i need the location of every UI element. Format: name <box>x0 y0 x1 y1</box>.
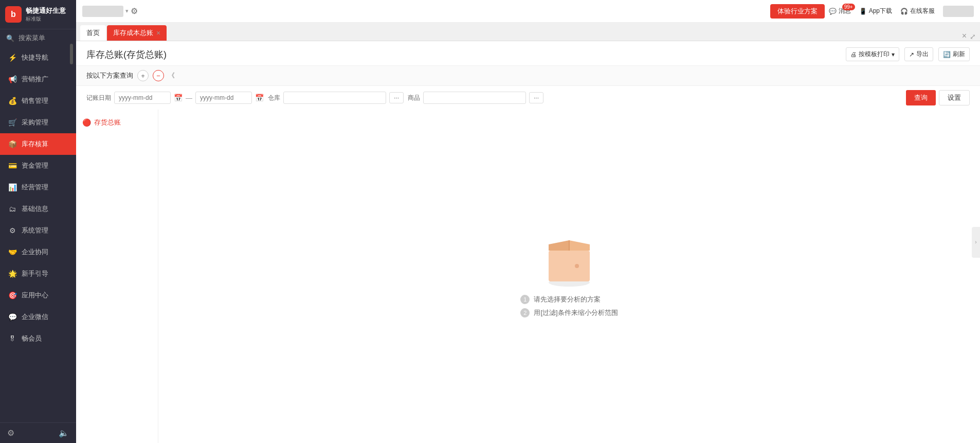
apps-icon: 🎯 <box>7 291 17 299</box>
filter-collapse-icon[interactable]: 《 <box>168 71 175 80</box>
tip-num-2: 2 <box>520 308 530 317</box>
trial-button[interactable]: 体验行业方案 <box>770 4 825 19</box>
empty-tip-1: 1 请先选择要分析的方案 <box>520 295 618 304</box>
service-label: 在线客服 <box>910 7 935 15</box>
tip-text-2: 用[过滤]条件来缩小分析范围 <box>534 308 618 317</box>
sidebar: b 畅捷通好生意 标准版 🔍 搜索菜单 ⚡ 快捷导航 📢 营销推广 💰 销售管理… <box>0 0 76 443</box>
tab-inventory-cost[interactable]: 库存成本总账 × <box>107 25 167 41</box>
operation-icon: 📊 <box>7 183 17 191</box>
svg-marker-2 <box>549 240 569 251</box>
page-header: 库存总账(存货总账) 🖨 按模板打印 ▾ ↗ 导出 🔄 刷新 <box>76 41 980 66</box>
sidebar-item-apps[interactable]: 🎯 应用中心 <box>0 285 76 306</box>
sidebar-item-collab[interactable]: 🤝 企业协同 <box>0 241 76 263</box>
filter-del-button[interactable]: − <box>153 70 164 81</box>
sidebar-item-marketing[interactable]: 📢 营销推广 <box>0 68 76 90</box>
top-header: ▾ ⚙ 体验行业方案 💬 消息 99+ 📱 App下载 🎧 在线客服 <box>76 0 980 23</box>
sidebar-item-system[interactable]: ⚙ 系统管理 <box>0 220 76 241</box>
message-icon: 💬 <box>829 8 837 15</box>
sidebar-item-wechat[interactable]: 💬 企业微信 <box>0 306 76 328</box>
panel-close-icon[interactable]: × <box>962 31 967 41</box>
sidebar-scrollbar[interactable] <box>70 44 73 64</box>
export-label: 导出 <box>916 50 929 59</box>
content-area: 🔴 存货总账 <box>76 110 980 443</box>
inventory-icon: 🔴 <box>82 118 91 127</box>
breadcrumb: ▾ ⚙ <box>82 6 766 17</box>
page-actions: 🖨 按模板打印 ▾ ↗ 导出 🔄 刷新 <box>846 47 970 61</box>
audio-icon[interactable]: 🔈 <box>59 428 69 438</box>
print-button[interactable]: 🖨 按模板打印 ▾ <box>846 47 899 61</box>
sidebar-item-quick-nav[interactable]: ⚡ 快捷导航 <box>0 47 76 68</box>
sidebar-nav: ⚡ 快捷导航 📢 营销推广 💰 销售管理 🛒 采购管理 📦 库存核算 💳 资金管… <box>0 47 76 422</box>
guide-icon: 🌟 <box>7 270 17 278</box>
tab-close-icon[interactable]: × <box>156 29 160 37</box>
empty-state: 1 请先选择要分析的方案 2 用[过滤]条件来缩小分析范围 <box>520 235 618 317</box>
guide-label: 新手引导 <box>22 269 48 278</box>
collab-label: 企业协同 <box>22 247 48 257</box>
date-label: 记账日期 <box>86 94 111 102</box>
phone-icon: 📱 <box>859 8 867 15</box>
member-icon: 🎖 <box>7 334 17 343</box>
sidebar-item-guide[interactable]: 🌟 新手引导 <box>0 263 76 285</box>
sidebar-item-basic[interactable]: 🗂 基础信息 <box>0 198 76 220</box>
date-filter-group: 记账日期 📅 — 📅 <box>86 92 264 104</box>
calendar-start-icon[interactable]: 📅 <box>174 94 183 102</box>
marketing-icon: 📢 <box>7 75 17 83</box>
quick-nav-icon: ⚡ <box>7 54 17 62</box>
date-end-input[interactable] <box>195 92 252 104</box>
sidebar-item-operation[interactable]: 📊 经营管理 <box>0 176 76 198</box>
settings-gear-icon[interactable]: ⚙ <box>131 6 138 16</box>
export-button[interactable]: ↗ 导出 <box>904 47 933 61</box>
main-content: ▾ ⚙ 体验行业方案 💬 消息 99+ 📱 App下载 🎧 在线客服 首页 <box>76 0 980 443</box>
app-name: 畅捷通好生意 <box>26 7 66 15</box>
date-start-input[interactable] <box>114 92 171 104</box>
sidebar-search-label: 搜索菜单 <box>19 33 45 43</box>
sidebar-item-inventory[interactable]: 📦 库存核算 <box>0 133 76 155</box>
refresh-label: 刷新 <box>953 50 965 59</box>
tab-home[interactable]: 首页 <box>80 25 106 41</box>
finance-label: 资金管理 <box>22 161 48 170</box>
purchase-icon: 🛒 <box>7 118 17 127</box>
calendar-end-icon[interactable]: 📅 <box>255 94 264 102</box>
panel-resize-icon[interactable]: ⤢ <box>970 32 976 41</box>
warehouse-filter-group: 仓库 ··· <box>268 92 404 104</box>
settings-icon[interactable]: ⚙ <box>7 428 14 438</box>
filter-row: 记账日期 📅 — 📅 仓库 ··· 商品 ··· 查询 设置 <box>76 86 980 110</box>
apps-label: 应用中心 <box>22 291 48 300</box>
filter-add-button[interactable]: + <box>137 70 149 81</box>
sales-icon: 💰 <box>7 97 17 105</box>
empty-tip-2: 2 用[过滤]条件来缩小分析范围 <box>520 308 618 317</box>
sidebar-item-finance[interactable]: 💳 资金管理 <box>0 155 76 176</box>
warehouse-more-button[interactable]: ··· <box>389 92 404 103</box>
export-icon: ↗ <box>909 51 914 58</box>
left-panel-item-inventory[interactable]: 🔴 存货总账 <box>76 114 158 131</box>
print-dropdown-icon[interactable]: ▾ <box>892 51 895 58</box>
tab-inventory-cost-label: 库存成本总账 <box>113 28 153 38</box>
service-button[interactable]: 🎧 在线客服 <box>900 7 935 15</box>
search-icon: 🔍 <box>6 34 14 42</box>
warehouse-input[interactable] <box>283 92 386 104</box>
wechat-label: 企业微信 <box>22 312 48 322</box>
tab-bar: 首页 库存成本总账 × × ⤢ <box>76 23 980 41</box>
svg-marker-3 <box>569 240 590 251</box>
user-avatar[interactable] <box>943 6 974 17</box>
sidebar-item-sales[interactable]: 💰 销售管理 <box>0 90 76 112</box>
product-more-button[interactable]: ··· <box>529 92 543 103</box>
product-input[interactable] <box>423 92 526 104</box>
message-button[interactable]: 💬 消息 99+ <box>829 7 851 15</box>
side-panel-toggle[interactable]: › <box>972 227 980 258</box>
sales-label: 销售管理 <box>22 96 48 105</box>
system-label: 系统管理 <box>22 226 48 235</box>
setting-button[interactable]: 设置 <box>939 90 970 105</box>
svg-point-6 <box>575 264 579 268</box>
app-logo-text: 畅捷通好生意 标准版 <box>26 7 66 22</box>
sidebar-search[interactable]: 🔍 搜索菜单 <box>0 29 76 47</box>
operation-label: 经营管理 <box>22 183 48 192</box>
print-label: 按模板打印 <box>859 50 890 59</box>
sidebar-item-member[interactable]: 🎖 畅会员 <box>0 328 76 349</box>
query-button[interactable]: 查询 <box>906 90 936 105</box>
refresh-button[interactable]: 🔄 刷新 <box>938 47 970 61</box>
page-content: 库存总账(存货总账) 🖨 按模板打印 ▾ ↗ 导出 🔄 刷新 按以下方案查询 <box>76 41 980 443</box>
sidebar-item-purchase[interactable]: 🛒 采购管理 <box>0 112 76 133</box>
app-download-button[interactable]: 📱 App下载 <box>859 7 892 15</box>
breadcrumb-chevron[interactable]: ▾ <box>125 8 129 14</box>
